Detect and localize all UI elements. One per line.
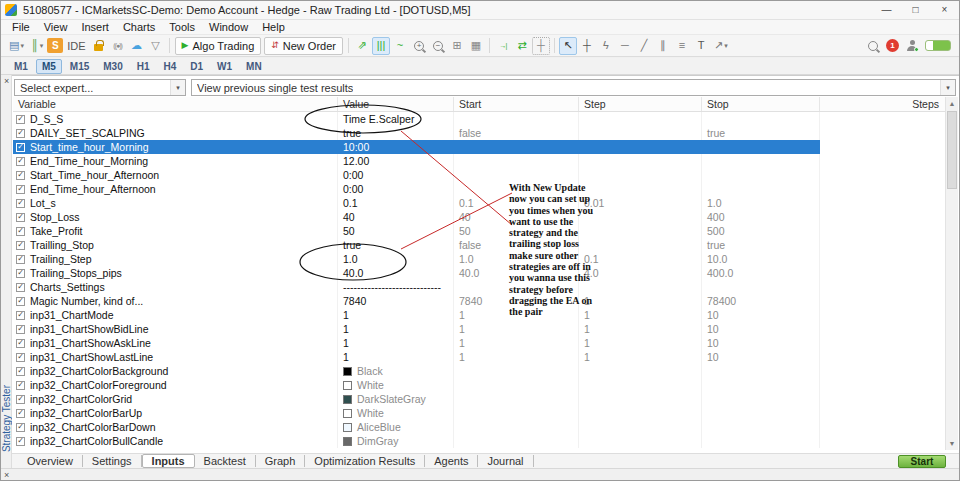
param-row[interactable]: ✓D_S_STime E.Scalper (13, 112, 945, 126)
param-row[interactable]: ✓Start_Time_hour_Afternoon0:00 (13, 168, 945, 182)
param-start[interactable]: 50 (454, 224, 579, 238)
tab-agents[interactable]: Agents (425, 455, 478, 467)
param-value[interactable]: Black (338, 364, 454, 378)
param-value[interactable]: 7840 (338, 294, 454, 308)
param-stop[interactable]: 78400 (702, 294, 820, 308)
timeframe-m30[interactable]: M30 (97, 59, 128, 74)
param-row[interactable]: ✓Start_time_hour_Morning10:00 (13, 140, 945, 154)
param-start[interactable]: false (454, 126, 579, 140)
timeframe-m15[interactable]: M15 (64, 59, 95, 74)
param-stop[interactable] (702, 392, 820, 406)
param-checkbox[interactable]: ✓ (16, 367, 25, 376)
param-row[interactable]: ✓Trailing_Stops_pips40.040.04.0400.0 (13, 266, 945, 280)
param-stop[interactable]: true (702, 126, 820, 140)
param-stop[interactable] (702, 140, 820, 154)
param-start[interactable] (454, 140, 579, 154)
param-row[interactable]: ✓End_Time_hour_Afternoon0:00 (13, 182, 945, 196)
notification-badge[interactable]: 1 (883, 37, 902, 55)
algo-trading-button[interactable]: ▶Algo Trading (175, 37, 262, 55)
param-row[interactable]: ✓Magic Number, kind of...78407840178400 (13, 294, 945, 308)
timeframe-mn[interactable]: MN (240, 59, 268, 74)
param-checkbox[interactable]: ✓ (16, 283, 25, 292)
param-checkbox[interactable]: ✓ (16, 171, 25, 180)
param-start[interactable] (454, 378, 579, 392)
param-value[interactable]: DimGray (338, 434, 454, 448)
param-start[interactable]: false (454, 238, 579, 252)
crosshair-tool-icon[interactable]: ┼ (578, 37, 596, 55)
param-step[interactable] (579, 140, 702, 154)
param-row[interactable]: ✓inp32_ChartColorForegroundWhite (13, 378, 945, 392)
menu-help[interactable]: Help (255, 20, 292, 34)
param-step[interactable]: 1 (579, 308, 702, 322)
scrollbar-thumb[interactable] (947, 111, 957, 189)
param-row[interactable]: ✓Take_Profit5050500 (13, 224, 945, 238)
param-start[interactable] (454, 112, 579, 126)
param-value[interactable]: 1 (338, 322, 454, 336)
param-stop[interactable]: 10 (702, 336, 820, 350)
column-header-start[interactable]: Start (454, 97, 579, 111)
param-checkbox[interactable]: ✓ (16, 185, 25, 194)
param-step[interactable] (579, 420, 702, 434)
param-checkbox[interactable]: ✓ (16, 325, 25, 334)
param-row[interactable]: ✓Charts_Settings------------------------… (13, 280, 945, 294)
maximize-button[interactable]: □ (901, 1, 930, 19)
expert-select[interactable]: Select expert... ▾ (14, 79, 186, 96)
broadcast-icon[interactable]: ((●)) (109, 37, 127, 55)
param-step[interactable] (579, 434, 702, 448)
param-value[interactable]: 0:00 (338, 182, 454, 196)
param-value[interactable]: 0.1 (338, 196, 454, 210)
menu-file[interactable]: File (5, 20, 37, 34)
param-checkbox[interactable]: ✓ (16, 199, 25, 208)
zoom-out-icon[interactable]: − (429, 37, 447, 55)
param-checkbox[interactable]: ✓ (16, 143, 25, 152)
param-value[interactable]: White (338, 406, 454, 420)
timeframe-h1[interactable]: H1 (131, 59, 156, 74)
param-stop[interactable]: 10.0 (702, 252, 820, 266)
param-stop[interactable]: 10 (702, 308, 820, 322)
param-row[interactable]: ✓inp32_ChartColorBullCandleDimGray (13, 434, 945, 448)
param-value[interactable]: 10:00 (338, 140, 454, 154)
param-value[interactable]: 1 (338, 336, 454, 350)
param-start[interactable] (454, 420, 579, 434)
param-checkbox[interactable]: ✓ (16, 115, 25, 124)
connection-status-icon[interactable] (922, 37, 954, 55)
close-button[interactable]: × (930, 1, 959, 19)
minimize-button[interactable]: — (872, 1, 901, 19)
param-stop[interactable] (702, 378, 820, 392)
param-stop[interactable] (702, 420, 820, 434)
param-checkbox[interactable]: ✓ (16, 395, 25, 404)
menu-tools[interactable]: Tools (162, 20, 202, 34)
column-header-variable[interactable]: Variable (13, 97, 338, 111)
param-row[interactable]: ✓Stop_Loss4040400 (13, 210, 945, 224)
param-stop[interactable] (702, 182, 820, 196)
menu-view[interactable]: View (37, 20, 75, 34)
param-row[interactable]: ✓inp31_ChartShowAskLine11110 (13, 336, 945, 350)
column-header-value[interactable]: Value (338, 97, 454, 111)
chart-shift-icon[interactable]: ⇄ (513, 37, 531, 55)
param-stop[interactable] (702, 434, 820, 448)
param-checkbox[interactable]: ✓ (16, 409, 25, 418)
param-step[interactable] (579, 210, 702, 224)
param-start[interactable]: 1.0 (454, 252, 579, 266)
param-stop[interactable] (702, 168, 820, 182)
column-header-step[interactable]: Step (579, 97, 702, 111)
zoom-in-icon[interactable]: + (410, 37, 428, 55)
param-checkbox[interactable]: ✓ (16, 311, 25, 320)
param-start[interactable]: 1 (454, 336, 579, 350)
tick-step-icon[interactable]: ⇗ (353, 37, 371, 55)
tab-graph[interactable]: Graph (256, 455, 306, 467)
param-row[interactable]: ✓inp32_ChartColorBarUpWhite (13, 406, 945, 420)
param-stop[interactable]: 10 (702, 322, 820, 336)
crosshair-window-icon[interactable]: ┼ (532, 37, 550, 55)
cursor-tool-icon[interactable]: ↖ (559, 37, 577, 55)
param-checkbox[interactable]: ✓ (16, 339, 25, 348)
line-chart-mode-icon[interactable]: ~ (391, 37, 409, 55)
param-step[interactable] (579, 406, 702, 420)
param-stop[interactable] (702, 112, 820, 126)
param-value[interactable]: 0:00 (338, 168, 454, 182)
new-order-button[interactable]: ⇵New Order (264, 37, 343, 55)
mql5-icon[interactable]: S (47, 38, 63, 53)
param-start[interactable] (454, 154, 579, 168)
param-step[interactable]: 1 (579, 336, 702, 350)
tab-journal[interactable]: Journal (478, 455, 533, 467)
